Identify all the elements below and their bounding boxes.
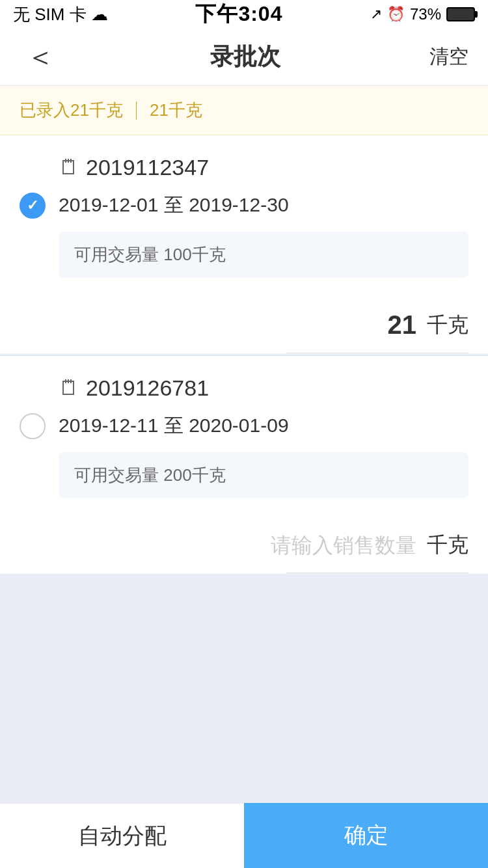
radio-2[interactable]	[20, 413, 46, 439]
confirm-button[interactable]: 确定	[244, 803, 488, 868]
qty-value-1: 21	[388, 310, 417, 340]
status-right: ↗ ⏰ 73%	[370, 5, 475, 23]
qty-wrapper-1: 21 千克	[0, 297, 488, 353]
date-row-1[interactable]: 2019-12-01 至 2019-12-30	[20, 192, 468, 219]
qty-row-2[interactable]: 千克	[0, 518, 488, 573]
qty-unit-1: 千克	[427, 311, 468, 340]
confirm-label: 确定	[344, 821, 388, 850]
batch-id-2: 2019126781	[86, 375, 209, 401]
batch-doc-icon-2: 🗒	[59, 376, 79, 400]
qty-input-2[interactable]	[221, 534, 416, 558]
qty-unit-2: 千克	[427, 531, 468, 560]
batch-id-1: 2019112347	[86, 155, 209, 180]
status-left: 无 SIM 卡 ☁	[13, 3, 108, 26]
battery-percent: 73%	[410, 5, 441, 23]
page-title: 录批次	[210, 41, 280, 73]
date-range-1: 2019-12-01 至 2019-12-30	[59, 192, 289, 219]
info-divider	[136, 102, 137, 120]
date-row-2[interactable]: 2019-12-11 至 2020-01-09	[20, 413, 468, 439]
qty-underline-2	[286, 573, 468, 573]
back-button[interactable]: ＜	[20, 31, 61, 83]
batch-card-1: 🗒 2019112347 2019-12-01 至 2019-12-30 可用交…	[0, 135, 488, 353]
date-range-2: 2019-12-11 至 2020-01-09	[59, 413, 289, 439]
total-amount: 21千克	[150, 99, 202, 122]
status-bar: 无 SIM 卡 ☁ 下午3:04 ↗ ⏰ 73%	[0, 0, 488, 29]
recorded-amount: 已录入21千克	[20, 99, 123, 122]
qty-wrapper-2: 千克	[0, 518, 488, 573]
footer: 自动分配 确定	[0, 803, 488, 868]
battery-icon	[446, 7, 475, 21]
avail-box-2: 可用交易量 200千克	[59, 452, 468, 498]
qty-underline-1	[286, 353, 468, 353]
qty-row-1: 21 千克	[0, 297, 488, 353]
alarm-icon: ⏰	[387, 6, 405, 23]
location-icon: ↗	[370, 6, 382, 23]
batch-id-row-1: 🗒 2019112347	[20, 155, 468, 180]
batch-id-row-2: 🗒 2019126781	[20, 375, 468, 401]
auto-distribute-button[interactable]: 自动分配	[0, 803, 244, 868]
batch-doc-icon-1: 🗒	[59, 156, 79, 180]
avail-box-1: 可用交易量 100千克	[59, 232, 468, 278]
clear-button[interactable]: 清空	[429, 44, 468, 70]
batch-card-2: 🗒 2019126781 2019-12-11 至 2020-01-09 可用交…	[0, 356, 488, 573]
radio-1[interactable]	[20, 193, 46, 219]
avail-text-2: 可用交易量 200千克	[74, 465, 226, 485]
auto-distribute-label: 自动分配	[78, 821, 167, 851]
status-time: 下午3:04	[195, 0, 282, 29]
avail-text-1: 可用交易量 100千克	[74, 245, 226, 264]
nav-bar: ＜ 录批次 清空	[0, 29, 488, 86]
info-banner: 已录入21千克 21千克	[0, 86, 488, 135]
